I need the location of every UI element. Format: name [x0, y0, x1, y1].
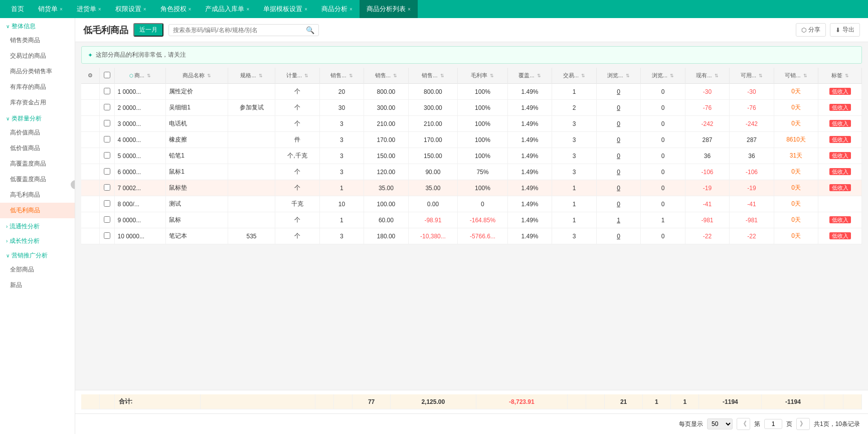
close-product-icon[interactable]: ×: [246, 7, 249, 12]
cell-qty: 10: [319, 196, 364, 212]
sidebar-group-general[interactable]: ∨ 整体信息: [0, 18, 75, 33]
select-all-checkbox[interactable]: [104, 72, 110, 78]
row-checkbox[interactable]: [104, 184, 110, 191]
sidebar-item-low-value[interactable]: 低价值商品: [0, 140, 75, 156]
search-input[interactable]: [173, 27, 306, 34]
sidebar-group-marketing[interactable]: ∨ 营销推广分析: [0, 247, 75, 262]
nav-sales[interactable]: 销货单×: [31, 0, 70, 18]
close-permissions-icon[interactable]: ×: [143, 7, 146, 12]
row-checkbox[interactable]: [104, 232, 110, 239]
th-browse2[interactable]: 浏览... ⇅: [641, 68, 685, 84]
th-available[interactable]: 可用... ⇅: [730, 68, 774, 84]
cell-name: 铅笔1: [166, 148, 228, 164]
cell-checkbox[interactable]: [99, 196, 114, 212]
th-name[interactable]: 商品名称 ⇅: [166, 68, 228, 84]
close-role-icon[interactable]: ×: [189, 7, 192, 12]
row-checkbox[interactable]: [104, 136, 110, 142]
cell-browse1[interactable]: 0: [596, 132, 641, 148]
th-coverage[interactable]: 覆盖... ⇅: [507, 68, 552, 84]
th-trade[interactable]: 交易... ⇅: [552, 68, 597, 84]
cell-checkbox[interactable]: [99, 116, 114, 132]
sidebar-item-category-rate[interactable]: 商品分类销售率: [0, 64, 75, 79]
cell-checkbox[interactable]: [99, 228, 114, 244]
row-checkbox[interactable]: [104, 200, 110, 207]
cell-margin: 100%: [458, 180, 508, 196]
cell-checkbox[interactable]: [99, 84, 114, 100]
th-settings[interactable]: ⚙: [81, 68, 99, 84]
sidebar-item-sales-goods[interactable]: 销售类商品: [0, 33, 75, 48]
row-checkbox[interactable]: [104, 152, 110, 159]
sidebar-item-low-margin[interactable]: 低毛利商品: [0, 203, 75, 218]
nav-home[interactable]: 首页: [4, 0, 31, 18]
cell-browse1[interactable]: 0: [596, 116, 641, 132]
export-btn[interactable]: ⬇ 导出: [830, 23, 860, 37]
close-analysis-list-icon[interactable]: ×: [408, 7, 411, 12]
nav-role-auth[interactable]: 角色授权×: [153, 0, 199, 18]
cell-checkbox[interactable]: [99, 148, 114, 164]
sidebar-group-liquidity[interactable]: › 流通性分析: [0, 218, 75, 233]
cell-browse1[interactable]: 0: [596, 148, 641, 164]
row-checkbox[interactable]: [104, 168, 110, 175]
share-btn[interactable]: ⬡ 分享: [796, 23, 826, 37]
cell-checkbox[interactable]: [99, 180, 114, 196]
row-checkbox[interactable]: [104, 216, 110, 223]
cell-browse1[interactable]: 0: [596, 84, 641, 100]
cell-checkbox[interactable]: [99, 212, 114, 228]
per-page-select[interactable]: 50 100 200: [707, 418, 733, 429]
cell-checkbox[interactable]: [99, 100, 114, 116]
row-checkbox[interactable]: [104, 88, 110, 94]
th-code[interactable]: ⬡商... ⇅: [114, 68, 166, 84]
row-checkbox[interactable]: [104, 120, 110, 126]
th-checkbox[interactable]: [99, 68, 114, 84]
cell-browse1[interactable]: 0: [596, 228, 641, 244]
th-sales-qty[interactable]: 销售... ⇅: [319, 68, 364, 84]
close-sales-icon[interactable]: ×: [60, 7, 63, 12]
cell-browse1[interactable]: 0: [596, 196, 641, 212]
sidebar-item-high-coverage[interactable]: 高覆盖度商品: [0, 156, 75, 172]
nav-goods-analysis-list[interactable]: 商品分析列表×: [360, 0, 418, 18]
th-saleable[interactable]: 可销... ⇅: [774, 68, 818, 84]
cell-margin: 100%: [458, 100, 508, 116]
cell-browse1[interactable]: 0: [596, 164, 641, 180]
th-gross-margin[interactable]: 毛利率 ⇅: [458, 68, 508, 84]
sidebar-item-all-goods[interactable]: 全部商品: [0, 262, 75, 277]
cell-checkbox[interactable]: [99, 132, 114, 148]
sidebar-item-low-coverage[interactable]: 低覆盖度商品: [0, 172, 75, 187]
nav-product-inbound[interactable]: 产成品入库单×: [198, 0, 256, 18]
th-unit[interactable]: 计量... ⇅: [275, 68, 320, 84]
page-input[interactable]: [764, 419, 782, 429]
cell-checkbox[interactable]: [99, 164, 114, 180]
sidebar-group-cluster[interactable]: ∨ 类群量分析: [0, 110, 75, 125]
close-purchase-icon[interactable]: ×: [98, 7, 101, 12]
sidebar-group-growth[interactable]: › 成长性分析: [0, 233, 75, 247]
cell-browse1[interactable]: 0: [596, 180, 641, 196]
prev-page-btn[interactable]: 《: [737, 418, 750, 430]
close-template-icon[interactable]: ×: [304, 7, 307, 12]
th-browse1[interactable]: 浏览... ⇅: [596, 68, 641, 84]
cell-stock: -19: [685, 180, 730, 196]
th-spec[interactable]: 规格... ⇅: [228, 68, 275, 84]
nav-goods-analysis[interactable]: 商品分析×: [314, 0, 360, 18]
sidebar-item-stock-capital[interactable]: 库存资金占用: [0, 95, 75, 110]
sidebar-item-traded-goods[interactable]: 交易过的商品: [0, 48, 75, 64]
filter-icon: ⬡: [129, 73, 133, 78]
close-goods-icon[interactable]: ×: [350, 7, 353, 12]
nav-template[interactable]: 单据模板设置×: [256, 0, 314, 18]
sidebar-item-new-goods[interactable]: 新品: [0, 277, 75, 293]
cell-browse1[interactable]: 1: [596, 212, 641, 228]
nav-purchase[interactable]: 进货单×: [70, 0, 108, 18]
row-checkbox[interactable]: [104, 104, 110, 110]
nav-permissions[interactable]: 权限设置×: [108, 0, 153, 18]
next-page-btn[interactable]: 》: [796, 418, 810, 430]
sidebar-item-high-value[interactable]: 高价值商品: [0, 125, 75, 140]
date-filter-btn[interactable]: 近一月: [133, 23, 163, 37]
sidebar-item-instock-goods[interactable]: 有库存的商品: [0, 79, 75, 95]
th-sales-price[interactable]: 销售... ⇅: [364, 68, 409, 84]
table-container[interactable]: ⚙ ⬡商... ⇅ 商品名称 ⇅ 规格... ⇅ 计量... ⇅ 销售... ⇅…: [75, 68, 868, 390]
cell-coverage: 1.49%: [507, 116, 552, 132]
th-tag[interactable]: 标签 ⇅: [818, 68, 862, 84]
th-current-stock[interactable]: 现有... ⇅: [685, 68, 730, 84]
th-sales-profit[interactable]: 销售... ⇅: [408, 68, 458, 84]
sidebar-item-high-margin[interactable]: 高毛利商品: [0, 187, 75, 203]
cell-browse1[interactable]: 0: [596, 100, 641, 116]
